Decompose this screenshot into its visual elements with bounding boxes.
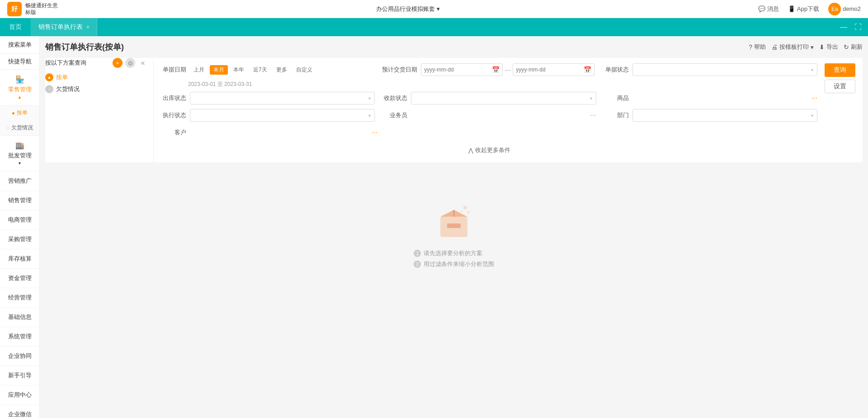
sidebar-sub-item-stock[interactable]: ○ 欠货情况 <box>0 120 39 135</box>
retail-icon: 🏪 <box>15 75 24 84</box>
chevron-down-icon: ▾ <box>437 5 440 12</box>
exec-status-label: 执行状态 <box>161 111 186 119</box>
sidebar-item-wechat[interactable]: 企业微信 <box>0 405 39 418</box>
date-range-display: 2023-03-01 至 2023-03-31 <box>161 81 817 92</box>
filter-exec-status-field: 执行状态 ▾ <box>161 109 375 122</box>
chevron-icon: ▲ <box>18 95 22 100</box>
header-right: 💬 消息 📱 App下载 Ea demo2 <box>758 3 861 15</box>
date-7days-btn[interactable]: 近7天 <box>250 65 271 75</box>
predict-date-from[interactable]: 📅 <box>421 63 503 76</box>
company-selector[interactable]: 办公用品行业模拟账套 ▾ <box>376 5 440 13</box>
tab-close-icon[interactable]: × <box>86 24 90 30</box>
sidebar-sub-item-order[interactable]: ● 按单 <box>0 105 39 120</box>
filter-goods-field: 商品 ··· <box>604 92 817 104</box>
dept-select[interactable]: ▾ <box>632 109 817 122</box>
logo-icon: 好 <box>7 2 22 16</box>
date-this-month-btn[interactable]: 本月 <box>210 65 228 75</box>
sidebar-item-system[interactable]: 系统管理 <box>0 327 39 347</box>
payment-status-select[interactable]: ▾ <box>411 92 596 104</box>
tab-maximize-button[interactable]: ⛶ <box>852 21 864 33</box>
predict-date-label: 预计交货日期 <box>382 66 417 74</box>
export-button[interactable]: ⬇ 导出 <box>819 43 838 51</box>
predict-date-to-input[interactable] <box>516 66 584 73</box>
predict-date-to[interactable]: 📅 <box>513 63 594 76</box>
sidebar-item-inventory[interactable]: 库存核算 <box>0 249 39 269</box>
page-title: 销售订单执行表(按单) <box>45 42 124 52</box>
date-more-btn[interactable]: 更多 <box>273 65 291 75</box>
date-custom-btn[interactable]: 自定义 <box>292 65 316 75</box>
export-icon: ⬇ <box>819 43 825 51</box>
empty-state: 1 请先选择要分析的方案 2 用过滤条件来缩小分析范围 <box>45 162 863 304</box>
collapse-more-btn[interactable]: ⋀ 收起更多条件 <box>161 143 817 157</box>
sidebar-item-retail[interactable]: 🏪 零售管理 ▲ <box>0 70 39 105</box>
sidebar-search[interactable]: 搜索菜单 <box>0 36 39 54</box>
stock-status-select[interactable]: ▾ <box>190 92 375 104</box>
user-menu[interactable]: Ea demo2 <box>828 3 861 15</box>
sidebar-item-basic[interactable]: 基础信息 <box>0 308 39 327</box>
logo-text: 畅捷通好生意 标版 <box>25 2 58 15</box>
help-button[interactable]: ? 帮助 <box>749 43 766 51</box>
filter-stock-status-field: 出库状态 ▾ <box>161 92 375 104</box>
customer-dots-btn[interactable]: ··· <box>190 126 377 139</box>
date-separator: — <box>505 66 511 73</box>
tab-minimize-button[interactable]: — <box>837 21 850 33</box>
page-content: 销售订单执行表(按单) ? 帮助 🖨 按模板打印 ▾ ⬇ 导出 <box>40 36 868 418</box>
sidebar-item-ecommerce[interactable]: 电商管理 <box>0 210 39 230</box>
filter-customer-field: 客户 ··· <box>161 126 377 139</box>
calendar-to-icon: 📅 <box>584 66 591 73</box>
sidebar-item-purchase[interactable]: 采购管理 <box>0 230 39 249</box>
scheme-item-order[interactable]: ● 按单 <box>45 71 148 83</box>
goods-dots-btn[interactable]: ··· <box>632 92 817 104</box>
sidebar-item-enterprise[interactable]: 企业协同 <box>0 347 39 366</box>
svg-rect-3 <box>447 223 461 228</box>
print-icon: 🖨 <box>771 43 778 51</box>
filter-date-field: 单据日期 上月 本月 本年 近7天 更多 自定义 <box>161 65 375 75</box>
scheme-dot-filled: ● <box>45 73 53 81</box>
exec-status-select[interactable]: ▾ <box>190 109 375 122</box>
message-button[interactable]: 💬 消息 <box>758 5 779 13</box>
filter-dept-field: 部门 ▾ <box>604 109 817 122</box>
date-last-month-btn[interactable]: 上月 <box>190 65 208 75</box>
sidebar-item-operation[interactable]: 经营管理 <box>0 288 39 308</box>
svg-point-5 <box>467 211 470 214</box>
filter-inner: 按以下方案查询 + ⊙ « ● 按单 ○ <box>45 58 863 162</box>
scheme-item-stock-shortage[interactable]: ○ 欠货情况 <box>45 83 148 95</box>
scheme-panel: 按以下方案查询 + ⊙ « ● 按单 ○ <box>45 58 154 162</box>
scheme-add-button[interactable]: + <box>113 58 123 68</box>
top-header: 好 畅捷通好生意 标版 办公用品行业模拟账套 ▾ 💬 消息 📱 App下载 Ea… <box>0 0 868 18</box>
tab-sales-order[interactable]: 销售订单执行表 × <box>31 18 97 36</box>
svg-point-6 <box>461 210 463 212</box>
chevron-icon: ▾ <box>19 161 21 166</box>
print-button[interactable]: 🖨 按模板打印 ▾ <box>771 43 814 51</box>
salesman-label: 业务员 <box>382 111 407 119</box>
salesman-dots-btn[interactable]: ··· <box>411 109 596 122</box>
filter-salesman-field: 业务员 ··· <box>382 109 596 122</box>
date-this-year-btn[interactable]: 本年 <box>230 65 248 75</box>
stock-dot-icon: ○ <box>6 125 9 131</box>
sidebar-item-marketing[interactable]: 营销推广 <box>0 171 39 191</box>
tab-home[interactable]: 首页 <box>0 18 31 36</box>
app-download-button[interactable]: 📱 App下载 <box>788 5 819 13</box>
search-button[interactable]: 查询 <box>825 63 855 77</box>
scheme-copy-button[interactable]: ⊙ <box>125 58 135 68</box>
print-dropdown-icon: ▾ <box>811 44 814 51</box>
tip-num-1: 1 <box>414 250 421 257</box>
sidebar-item-finance[interactable]: 资金管理 <box>0 269 39 288</box>
scheme-collapse-button[interactable]: « <box>138 58 148 68</box>
refresh-button[interactable]: ↻ 刷新 <box>844 43 863 51</box>
goods-ellipsis-icon: ··· <box>811 94 817 102</box>
sidebar-item-sales[interactable]: 销售管理 <box>0 191 39 210</box>
sidebar-item-wholesale[interactable]: 🏬 批发管理 ▾ <box>0 136 39 171</box>
sidebar-item-appstore[interactable]: 应用中心 <box>0 385 39 405</box>
status-label: 单据状态 <box>604 66 629 74</box>
predict-date-from-input[interactable] <box>424 66 492 73</box>
dept-label: 部门 <box>604 111 629 119</box>
sidebar-item-newbie[interactable]: 新手引导 <box>0 366 39 385</box>
setting-button[interactable]: 设置 <box>825 80 855 93</box>
tab-bar-right: — ⛶ <box>837 21 868 33</box>
payment-chevron-icon: ▾ <box>590 96 592 101</box>
order-dot-icon: ● <box>12 110 15 116</box>
tip-num-2: 2 <box>414 261 421 268</box>
status-select[interactable]: ▾ <box>632 63 817 76</box>
sidebar-quick-nav[interactable]: 快捷导航 <box>0 54 39 70</box>
